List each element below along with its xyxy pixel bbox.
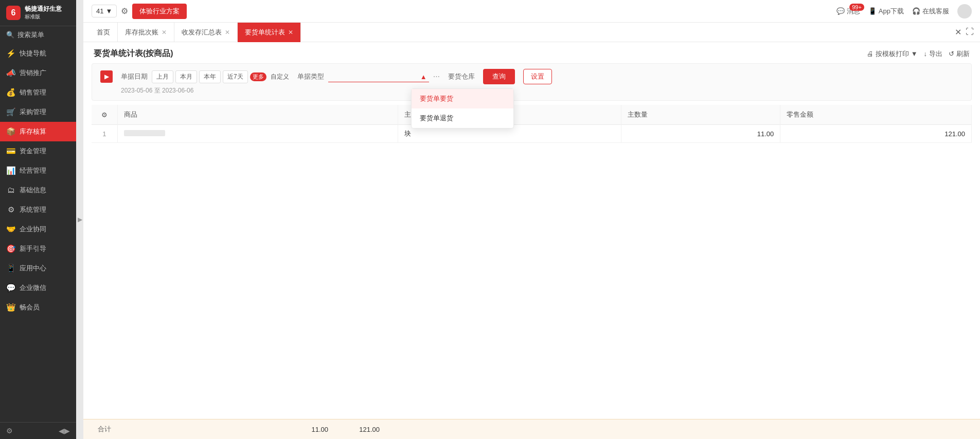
sidebar-collapse-bar[interactable]: ▶ bbox=[76, 0, 83, 439]
date-btn-this-month[interactable]: 本月 bbox=[175, 70, 197, 83]
table-header-row: ⚙ 商品 主计量单位 主数量 零售金额 bbox=[92, 105, 972, 125]
system-icon: ⚙ bbox=[6, 205, 15, 214]
online-support-btn[interactable]: 🎧 在线客服 bbox=[912, 7, 949, 16]
date-btn-last-month[interactable]: 上月 bbox=[152, 70, 173, 83]
sidebar-item-purchase[interactable]: 🛒 采购管理 bbox=[0, 102, 76, 122]
expand-tabs-icon[interactable]: ⛶ bbox=[966, 27, 974, 37]
page-header: 要货单统计表(按商品) 🖨 按模板打印 ▼ ↓ 导出 ↺ 刷新 bbox=[83, 42, 980, 63]
col-header-product: 商品 bbox=[117, 105, 398, 125]
sidebar-label-inventory: 库存核算 bbox=[20, 127, 46, 136]
type-filter-label: 单据类型 bbox=[297, 72, 324, 81]
type-select-wrapper: ▲ bbox=[328, 71, 429, 82]
export-icon: ↓ bbox=[924, 50, 928, 58]
refresh-btn[interactable]: ↺ 刷新 bbox=[949, 49, 970, 59]
filter-row: ▶ 单据日期 上月 本月 本年 近7天 更多 自定义 单据类型 bbox=[100, 69, 963, 84]
data-table: ⚙ 商品 主计量单位 主数量 零售金额 1 块 11.00 bbox=[92, 105, 972, 143]
dropdown-item-requisition-return[interactable]: 要货单退货 bbox=[412, 108, 513, 128]
user-avatar[interactable] bbox=[957, 4, 972, 19]
app-download-icon: 📱 bbox=[868, 7, 877, 15]
warehouse-filter-group: 要货仓库 bbox=[448, 72, 475, 81]
sidebar-label-finance: 资金管理 bbox=[20, 147, 46, 156]
app-download-btn[interactable]: 📱 App下载 bbox=[868, 7, 904, 16]
wechat-icon: 💬 bbox=[6, 283, 15, 292]
export-btn[interactable]: ↓ 导出 bbox=[924, 49, 943, 59]
store-selector[interactable]: 41 ▼ bbox=[92, 5, 117, 17]
sidebar-item-app-center[interactable]: 📱 应用中心 bbox=[0, 259, 76, 278]
row-amount: 121.00 bbox=[780, 125, 972, 143]
collapse-icon[interactable]: ◀▶ bbox=[59, 427, 70, 435]
print-icon: 🖨 bbox=[867, 50, 874, 58]
sidebar-item-inventory[interactable]: 📦 库存核算 bbox=[0, 122, 76, 141]
messages-btn[interactable]: 💬 消息 99+ bbox=[836, 7, 860, 16]
type-select-input[interactable] bbox=[328, 71, 429, 82]
sidebar-item-quick-nav[interactable]: ⚡ 快捷导航 bbox=[0, 44, 76, 63]
operations-icon: 📊 bbox=[6, 166, 15, 175]
logo-icon: 6 bbox=[6, 6, 21, 20]
brand-sub: 标准版 bbox=[25, 13, 62, 21]
date-custom-btn[interactable]: 自定义 bbox=[271, 72, 289, 81]
sidebar-item-finance[interactable]: 💳 资金管理 bbox=[0, 141, 76, 161]
type-select-arrow[interactable]: ▲ bbox=[420, 73, 427, 81]
app-download-label: App下载 bbox=[879, 7, 904, 16]
brand-name: 畅捷通好生意 bbox=[25, 5, 62, 13]
tab-inventory-batch-close[interactable]: ✕ bbox=[162, 29, 167, 36]
sidebar-label-guide: 新手引导 bbox=[20, 244, 46, 253]
footer-label: 合计 bbox=[92, 425, 225, 434]
search-menu[interactable]: 🔍 搜索菜单 bbox=[0, 26, 76, 44]
sidebar-item-cooperation[interactable]: 🤝 企业协同 bbox=[0, 220, 76, 239]
sidebar-label-app-center: 应用中心 bbox=[20, 264, 46, 273]
settings-bottom-icon[interactable]: ⚙ bbox=[6, 427, 13, 435]
date-btn-this-year[interactable]: 本年 bbox=[199, 70, 221, 83]
sidebar-items: ⚡ 快捷导航 📣 营销推广 💰 销售管理 🛒 采购管理 📦 库存核算 💳 资金管… bbox=[0, 44, 76, 422]
sidebar-item-basic-info[interactable]: 🗂 基础信息 bbox=[0, 180, 76, 200]
filter-expand-button[interactable]: ▶ bbox=[100, 70, 113, 83]
print-btn[interactable]: 🖨 按模板打印 ▼ bbox=[867, 49, 918, 59]
tab-receivables-summary[interactable]: 收发存汇总表 ✕ bbox=[174, 23, 238, 42]
print-expand-icon[interactable]: ▼ bbox=[911, 50, 918, 58]
col-header-settings[interactable]: ⚙ bbox=[92, 105, 117, 125]
cooperation-icon: 🤝 bbox=[6, 225, 15, 234]
dropdown-item-requisition-order[interactable]: 要货单要货 bbox=[412, 89, 513, 108]
topbar-settings-icon[interactable]: ⚙ bbox=[121, 6, 128, 16]
sidebar-bottom: ⚙ ◀▶ bbox=[0, 422, 76, 439]
search-label: 搜索菜单 bbox=[17, 30, 44, 40]
tab-requisition-stats[interactable]: 要货单统计表 ✕ bbox=[238, 23, 301, 42]
tab-requisition-close[interactable]: ✕ bbox=[288, 29, 293, 36]
trial-button[interactable]: 体验行业方案 bbox=[132, 4, 187, 19]
tab-inventory-batch-label: 库存批次账 bbox=[125, 28, 158, 37]
page-title: 要货单统计表(按商品) bbox=[94, 48, 173, 59]
type-filter-group: 单据类型 ▲ ··· bbox=[297, 71, 440, 82]
store-name: 41 bbox=[96, 7, 103, 15]
tab-home[interactable]: 首页 bbox=[90, 23, 118, 42]
sidebar-item-wechat[interactable]: 💬 企业微信 bbox=[0, 278, 76, 298]
inventory-icon: 📦 bbox=[6, 127, 15, 136]
date-btn-last-7-days[interactable]: 近7天 bbox=[223, 70, 248, 83]
sidebar-item-marketing[interactable]: 📣 营销推广 bbox=[0, 63, 76, 83]
sidebar-label-system: 系统管理 bbox=[20, 205, 46, 214]
messages-badge: 99+ bbox=[849, 4, 864, 11]
sidebar-item-guide[interactable]: 🎯 新手引导 bbox=[0, 239, 76, 259]
sidebar-item-sales[interactable]: 💰 销售管理 bbox=[0, 83, 76, 102]
main-area: 41 ▼ ⚙ 体验行业方案 💬 消息 99+ 📱 App下载 🎧 在线客服 bbox=[83, 0, 980, 439]
quick-nav-icon: ⚡ bbox=[6, 49, 15, 58]
tab-requisition-label: 要货单统计表 bbox=[245, 28, 285, 37]
store-dropdown-icon: ▼ bbox=[105, 7, 112, 15]
date-filter-group: 单据日期 上月 本月 本年 近7天 更多 自定义 bbox=[121, 70, 289, 83]
sidebar-item-membership[interactable]: 👑 畅会员 bbox=[0, 298, 76, 317]
tabbar-actions: ✕ ⛶ bbox=[955, 27, 974, 37]
tab-inventory-batch[interactable]: 库存批次账 ✕ bbox=[118, 23, 174, 42]
close-all-tabs-icon[interactable]: ✕ bbox=[955, 27, 961, 37]
app-logo: 6 畅捷通好生意 标准版 bbox=[0, 0, 76, 26]
sidebar-item-operations[interactable]: 📊 经营管理 bbox=[0, 161, 76, 180]
type-more-btn[interactable]: ··· bbox=[433, 72, 440, 81]
date-more-badge[interactable]: 更多 bbox=[250, 72, 266, 81]
tab-receivables-close[interactable]: ✕ bbox=[225, 29, 230, 36]
filter-bar: ▶ 单据日期 上月 本月 本年 近7天 更多 自定义 单据类型 bbox=[92, 63, 972, 101]
col-header-amount: 零售金额 bbox=[780, 105, 972, 125]
sidebar-item-system[interactable]: ⚙ 系统管理 bbox=[0, 200, 76, 220]
table-footer: 合计 11.00 121.00 bbox=[83, 419, 980, 439]
filter-settings-button[interactable]: 设置 bbox=[523, 69, 552, 84]
tabbar: 首页 库存批次账 ✕ 收发存汇总表 ✕ 要货单统计表 ✕ ✕ ⛶ bbox=[83, 23, 980, 42]
query-button[interactable]: 查询 bbox=[483, 69, 515, 84]
tab-home-label: 首页 bbox=[97, 28, 110, 37]
